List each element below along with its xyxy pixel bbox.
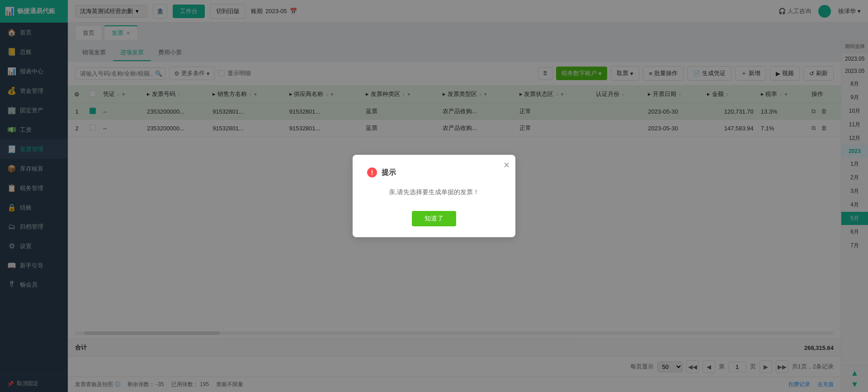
modal-overlay[interactable]: ✕ ! 提示 亲,请先选择要生成单据的发票！ 知道了	[0, 0, 868, 392]
modal-body: 亲,请先选择要生成单据的发票！	[367, 185, 501, 200]
modal-ok-button[interactable]: 知道了	[412, 211, 456, 226]
warning-icon: !	[367, 167, 377, 177]
modal-title: ! 提示	[367, 167, 501, 177]
modal-dialog: ✕ ! 提示 亲,请先选择要生成单据的发票！ 知道了	[353, 155, 515, 237]
modal-close-button[interactable]: ✕	[503, 160, 510, 170]
modal-footer: 知道了	[367, 211, 501, 226]
modal-title-text: 提示	[382, 168, 396, 177]
